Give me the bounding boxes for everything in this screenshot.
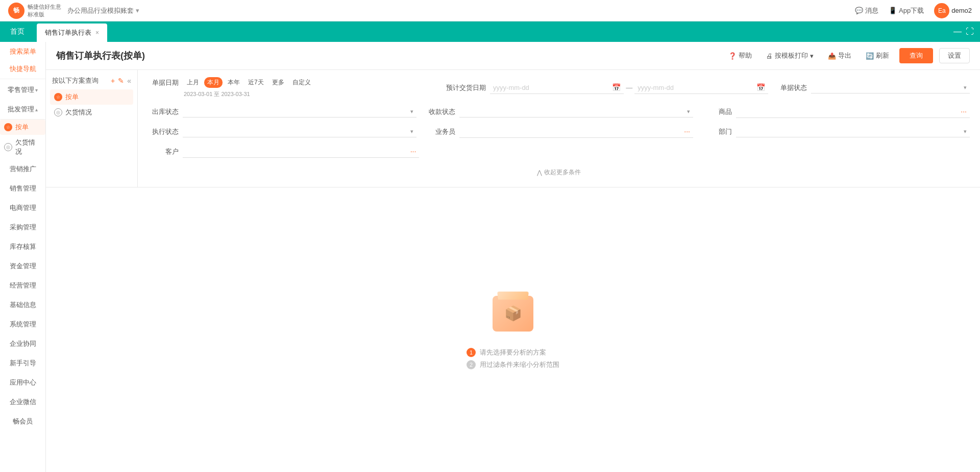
date-hint: 2023-03-01 至 2023-03-31: [184, 91, 250, 97]
filter-row-4: 客户 ···: [148, 145, 970, 158]
content-table-area: 📦 1 请先选择要分析的方案 2 用过滤条件来缩小分析范围: [46, 187, 980, 472]
sidebar-item-wechat[interactable]: 企业微信: [0, 392, 45, 412]
export-button[interactable]: 📤 导出: [824, 49, 855, 62]
filter-customer-field: 客户 ···: [148, 145, 419, 158]
sidebar-item-ops[interactable]: 经营管理: [0, 276, 45, 295]
date-end-input[interactable]: [638, 84, 754, 91]
logo-icon: 畅: [8, 3, 24, 19]
filter-sidebar-actions: + ✎ «: [111, 77, 131, 85]
help-button[interactable]: ❓ 帮助: [724, 49, 756, 62]
filter-date-field: 单据日期 上月 本月 本年 近7天 更多 自定义 2023-03-0: [148, 77, 438, 98]
sidebar-item-finance[interactable]: 资金管理: [0, 256, 45, 276]
sidebar-item-member[interactable]: 畅会员: [0, 412, 45, 431]
filter-exec-status-field: 执行状态 ▾: [148, 126, 416, 137]
sidebar-search[interactable]: 搜索菜单: [0, 42, 45, 60]
scheme-outline-icon: ◎: [54, 108, 62, 116]
breadcrumb-dropdown-icon[interactable]: ▾: [136, 7, 139, 14]
empty-tip-1: 1 请先选择要分析的方案: [467, 348, 559, 357]
sidebar-item-corp[interactable]: 企业协同: [0, 334, 45, 353]
sidebar-item-apps[interactable]: 应用中心: [0, 373, 45, 392]
empty-state: 📦 1 请先选择要分析的方案 2 用过滤条件来缩小分析范围: [467, 291, 559, 369]
filter-salesman-field: 业务员 ···: [425, 125, 693, 138]
dept-select-arrow-icon: ▾: [964, 128, 967, 135]
refresh-button[interactable]: 🔄 刷新: [862, 49, 893, 62]
filter-dept-field: 部门 ▾: [701, 126, 970, 137]
sidebar-item-stock[interactable]: 库存核算: [0, 237, 45, 256]
sidebar-item-guide[interactable]: 新手引导: [0, 353, 45, 373]
status-select-arrow-icon: ▾: [964, 84, 967, 91]
exec-status-label: 执行状态: [148, 127, 179, 136]
sidebar-item-sys[interactable]: 系统管理: [0, 315, 45, 334]
sidebar-item-purchase[interactable]: 采购管理: [0, 218, 45, 237]
settings-button[interactable]: 设置: [939, 48, 970, 63]
status-select[interactable]: ▾: [811, 82, 970, 93]
expected-date-label: 预计交货日期: [446, 83, 486, 92]
filter-add-button[interactable]: +: [111, 77, 115, 85]
date-start-wrap: 📅: [490, 81, 624, 94]
filter-scheme-debt[interactable]: ◎ 欠货情况: [50, 105, 133, 120]
tab-home[interactable]: 首页: [0, 21, 35, 42]
filter-collapse-button[interactable]: «: [127, 77, 131, 85]
breadcrumb: 办公用品行业模拟账套 ▾: [67, 6, 139, 15]
date-label: 单据日期: [148, 78, 179, 87]
app-download-button[interactable]: 📱 App下载: [889, 6, 924, 15]
empty-tips: 1 请先选择要分析的方案 2 用过滤条件来缩小分析范围: [467, 348, 559, 369]
sidebar-item-retail[interactable]: 零售管理 ▾: [0, 80, 45, 100]
sidebar-item-base[interactable]: 基础信息: [0, 295, 45, 315]
goods-ellipsis-icon[interactable]: ···: [961, 107, 967, 115]
dept-label: 部门: [701, 127, 732, 136]
tab-maximize-button[interactable]: ⛶: [966, 27, 974, 36]
query-button[interactable]: 查询: [899, 48, 933, 63]
sidebar-item-sales[interactable]: 销售管理: [0, 179, 45, 198]
salesman-select[interactable]: ···: [459, 125, 693, 138]
goods-select[interactable]: ···: [736, 105, 970, 118]
message-button[interactable]: 💬 消息: [855, 6, 878, 15]
out-status-select[interactable]: ▾: [183, 106, 416, 117]
date-start-input[interactable]: [493, 84, 610, 91]
sidebar-item-ecom[interactable]: 电商管理: [0, 198, 45, 218]
avatar: Ea: [934, 3, 949, 18]
sidebar-item-wholesale[interactable]: 批发管理 ▴: [0, 100, 45, 119]
calendar-end-icon[interactable]: 📅: [756, 83, 765, 91]
date-tab-more[interactable]: 更多: [269, 77, 287, 88]
chevron-up-icon: ▴: [35, 107, 38, 112]
customer-select[interactable]: ···: [183, 145, 419, 158]
page-actions: ❓ 帮助 🖨 按模板打印 ▾ 📤 导出 🔄 刷新 查询 设置: [724, 48, 970, 63]
sidebar-item-marketing[interactable]: 营销推广: [0, 159, 45, 179]
sidebar-sub-item-press[interactable]: ☆ 按单: [0, 120, 45, 135]
date-tab-custom[interactable]: 自定义: [289, 77, 314, 88]
collapse-button[interactable]: ⋀ 收起更多条件: [537, 168, 581, 177]
dept-select[interactable]: ▾: [736, 126, 970, 137]
date-tab-7days[interactable]: 近7天: [245, 77, 267, 88]
tab-minimize-button[interactable]: —: [953, 27, 962, 36]
scheme-active-icon: ☆: [54, 93, 62, 101]
date-tab-thisyear[interactable]: 本年: [225, 77, 243, 88]
status-label: 单据状态: [776, 83, 807, 92]
date-tab-thismonth[interactable]: 本月: [204, 77, 223, 88]
salesman-ellipsis-icon[interactable]: ···: [684, 127, 690, 135]
calendar-start-icon[interactable]: 📅: [612, 83, 621, 91]
date-tab-lastmonth[interactable]: 上月: [184, 77, 202, 88]
top-bar-left: 畅 畅捷信好生意 标准版 办公用品行业模拟账套 ▾: [8, 3, 139, 19]
sidebar-quick-nav[interactable]: 快捷导航: [0, 60, 45, 78]
sidebar-sub-item-debt[interactable]: ◎ 欠货情况: [0, 135, 45, 159]
exec-status-select[interactable]: ▾: [183, 126, 416, 137]
tab-close-icon[interactable]: ×: [95, 29, 99, 36]
receipt-status-select[interactable]: ▾: [459, 106, 693, 117]
filter-scheme-press[interactable]: ☆ 按单: [50, 89, 133, 105]
customer-ellipsis-icon[interactable]: ···: [410, 147, 416, 155]
tab-sales-order[interactable]: 销售订单执行表 ×: [37, 23, 107, 42]
circle-outline-icon: ◎: [4, 143, 12, 151]
sidebar-sub-wholesale: ☆ 按单 ◎ 欠货情况: [0, 119, 45, 159]
logo-text: 畅捷信好生意 标准版: [28, 3, 61, 18]
empty-image: 📦: [487, 291, 538, 342]
date-range: 📅 — 📅: [490, 81, 768, 94]
tip-num-2: 2: [467, 360, 476, 369]
main-layout: 搜索菜单 快捷导航 零售管理 ▾ 批发管理 ▴ ☆ 按单 ◎ 欠货情况 营销推广: [0, 42, 980, 472]
empty-box-graphic: 📦: [493, 296, 533, 332]
filter-edit-button[interactable]: ✎: [118, 77, 124, 85]
print-button[interactable]: 🖨 按模板打印 ▾: [762, 49, 818, 62]
message-icon: 💬: [855, 7, 863, 14]
user-profile[interactable]: Ea demo2: [934, 3, 972, 18]
filter-receipt-status-field: 收款状态 ▾: [425, 106, 693, 117]
